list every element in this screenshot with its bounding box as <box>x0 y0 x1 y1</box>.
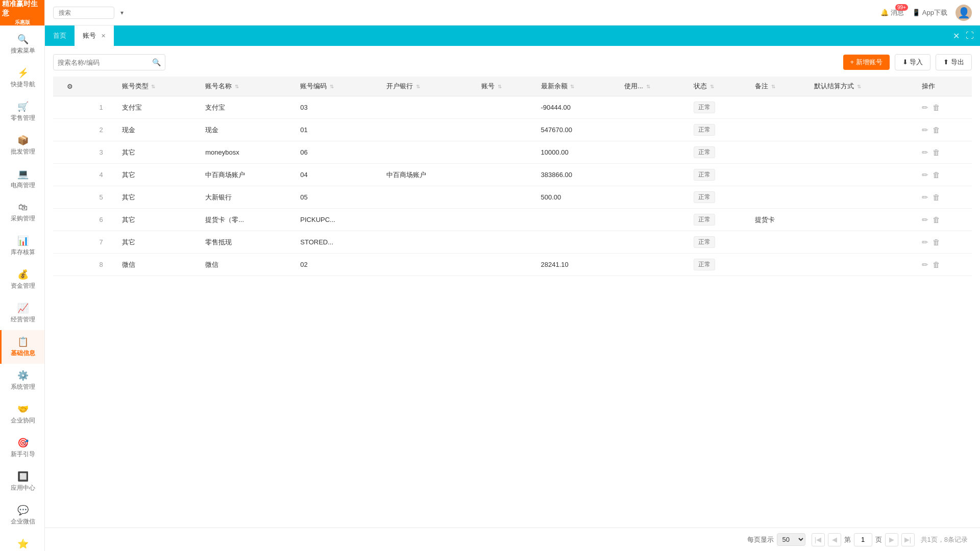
col-remark[interactable]: 备注 ⇅ <box>749 77 808 96</box>
cell-settlement <box>808 119 916 141</box>
search-input[interactable] <box>58 59 152 66</box>
message-button[interactable]: 🔔 消息 99+ <box>880 8 904 17</box>
page-input[interactable] <box>854 533 872 546</box>
sidebar-item-inventory[interactable]: 📊库存核算 <box>0 229 44 263</box>
sidebar-item-member[interactable]: ⭐畅会员 <box>0 532 44 551</box>
sidebar-item-collab[interactable]: 🤝企业协同 <box>0 397 44 431</box>
cell-balance: 10000.00 <box>535 141 619 164</box>
cell-balance: 28241.10 <box>535 254 619 276</box>
delete-button[interactable]: 🗑 <box>933 193 940 202</box>
collab-icon: 🤝 <box>17 404 29 415</box>
message-badge: 99+ <box>895 4 908 11</box>
sidebar-item-wholesale[interactable]: 📦批发管理 <box>0 129 44 162</box>
edit-button[interactable]: ✏ <box>922 260 928 269</box>
status-badge: 正常 <box>694 191 715 203</box>
edit-button[interactable]: ✏ <box>922 238 928 247</box>
sidebar-item-app[interactable]: 🔲应用中心 <box>0 465 44 498</box>
col-usage[interactable]: 使用... ⇅ <box>618 77 688 96</box>
chevron-down-icon: ▾ <box>120 9 124 16</box>
sidebar-item-search[interactable]: 🔍搜索菜单 <box>0 28 44 61</box>
cell-usage <box>618 254 688 276</box>
retail-icon: 🛒 <box>17 101 29 112</box>
delete-button[interactable]: 🗑 <box>933 260 940 269</box>
table-body: 1 支付宝 支付宝 03 -90444.00 正常 ✏ 🗑 2 现金 现金 01 <box>53 96 972 276</box>
col-balance[interactable]: 最新余额 ⇅ <box>535 77 619 96</box>
sidebar-item-operation[interactable]: 📈经营管理 <box>0 296 44 330</box>
col-name[interactable]: 账号名称 ⇅ <box>199 77 294 96</box>
sidebar-item-wechat[interactable]: 💬企业微信 <box>0 498 44 532</box>
col-idx <box>87 77 116 96</box>
next-page-btn[interactable]: ▶ <box>885 533 898 546</box>
cell-account <box>475 96 534 119</box>
topbar-dropdown[interactable]: ▾ <box>120 9 124 16</box>
cell-name: 中百商场账户 <box>199 164 294 186</box>
system-icon: ⚙️ <box>17 370 29 381</box>
cell-code: 05 <box>294 186 380 209</box>
sidebar-item-purchase[interactable]: 🛍采购管理 <box>0 196 44 229</box>
delete-button[interactable]: 🗑 <box>933 148 940 157</box>
page-suffix: 页 <box>875 535 882 544</box>
cell-account <box>475 164 534 186</box>
cell-code: STORED... <box>294 231 380 254</box>
sort-account-icon: ⇅ <box>498 84 502 89</box>
last-page-btn[interactable]: ▶| <box>901 533 915 546</box>
sidebar-item-label: 企业微信 <box>11 517 35 526</box>
sidebar-item-finance[interactable]: 💰资金管理 <box>0 263 44 296</box>
sidebar-item-basic[interactable]: 📋基础信息 <box>0 330 44 364</box>
tabbar-fullscreen-btn[interactable]: ⛶ <box>964 29 976 42</box>
delete-button[interactable]: 🗑 <box>933 170 940 179</box>
cell-account <box>475 231 534 254</box>
page-label: 第 <box>844 535 851 544</box>
cell-idx: 2 <box>87 119 116 141</box>
topbar-right: 🔔 消息 99+ 📱 App下载 👤 <box>880 5 972 21</box>
sidebar-item-guide[interactable]: 🎯新手引导 <box>0 431 44 465</box>
tab-account[interactable]: 账号✕ <box>75 26 114 46</box>
purchase-icon: 🛍 <box>18 202 28 213</box>
sidebar-item-system[interactable]: ⚙️系统管理 <box>0 364 44 397</box>
cell-action: ✏ 🗑 <box>916 186 972 209</box>
cell-bank <box>380 141 475 164</box>
delete-button[interactable]: 🗑 <box>933 215 940 224</box>
sidebar-item-retail[interactable]: 🛒零售管理 <box>0 95 44 129</box>
edit-button[interactable]: ✏ <box>922 215 928 224</box>
per-page-select[interactable]: 50 100 200 <box>777 533 805 546</box>
edit-button[interactable]: ✏ <box>922 170 928 180</box>
col-settlement[interactable]: 默认结算方式 ⇅ <box>808 77 916 96</box>
col-status[interactable]: 状态 ⇅ <box>688 77 749 96</box>
delete-button[interactable]: 🗑 <box>933 126 940 134</box>
cell-balance: 547670.00 <box>535 119 619 141</box>
tab-close-btn[interactable]: ✕ <box>101 33 106 39</box>
cell-bank <box>380 96 475 119</box>
tabbar-close-btn[interactable]: ✕ <box>951 29 962 43</box>
topbar-left: ▾ <box>53 7 124 19</box>
delete-button[interactable]: 🗑 <box>933 103 940 112</box>
delete-button[interactable]: 🗑 <box>933 238 940 246</box>
toolbar: 🔍 + 新增账号 ⬇ 导入 ⬆ 导出 <box>53 54 972 70</box>
tab-home[interactable]: 首页 <box>45 26 75 46</box>
add-account-button[interactable]: + 新增账号 <box>843 55 890 70</box>
col-code[interactable]: 账号编码 ⇅ <box>294 77 380 96</box>
app-download-button[interactable]: 📱 App下载 <box>912 8 947 17</box>
edit-button[interactable]: ✏ <box>922 193 928 202</box>
first-page-btn[interactable]: |◀ <box>812 533 825 546</box>
cell-status: 正常 <box>688 254 749 276</box>
edit-button[interactable]: ✏ <box>922 148 928 157</box>
footer: 每页显示 50 100 200 |◀ ◀ 第 页 ▶ ▶| 共1页，8条记录 <box>45 528 980 551</box>
cell-type: 支付宝 <box>116 96 200 119</box>
import-button[interactable]: ⬇ 导入 <box>895 54 931 70</box>
topbar-search-input[interactable] <box>53 7 114 19</box>
cell-bank <box>380 254 475 276</box>
action-btns: ✏ 🗑 <box>922 193 966 202</box>
prev-page-btn[interactable]: ◀ <box>828 533 841 546</box>
sidebar-item-ecom[interactable]: 💻电商管理 <box>0 162 44 196</box>
edit-button[interactable]: ✏ <box>922 103 928 112</box>
cell-status: 正常 <box>688 186 749 209</box>
user-avatar[interactable]: 👤 <box>955 5 972 21</box>
cell-account <box>475 141 534 164</box>
edit-button[interactable]: ✏ <box>922 126 928 135</box>
col-bank[interactable]: 开户银行 ⇅ <box>380 77 475 96</box>
col-type[interactable]: 账号类型 ⇅ <box>116 77 200 96</box>
col-account[interactable]: 账号 ⇅ <box>475 77 534 96</box>
sidebar-item-nav[interactable]: ⚡快捷导航 <box>0 61 44 95</box>
export-button[interactable]: ⬆ 导出 <box>936 54 972 70</box>
